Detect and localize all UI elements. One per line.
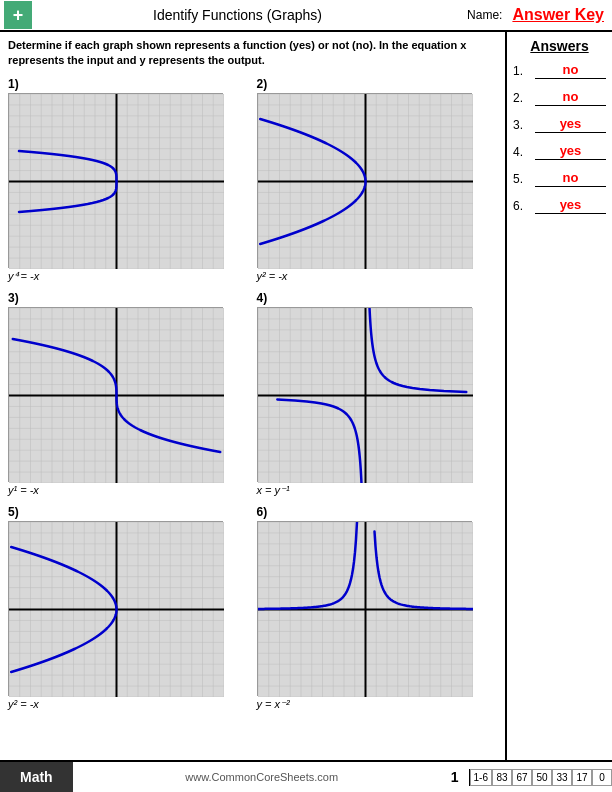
graph-label-2: y² = -x [257,270,498,282]
answer-item-3: 3. yes [513,116,606,133]
worksheet-area: Determine if each graph shown represents… [0,32,507,760]
footer-page: 1 [451,769,459,785]
answers-panel: Answers 1. no 2. no 3. yes 4. yes 5. no … [507,32,612,760]
graph-canvas-1 [8,93,223,268]
graph-number-5: 5) [8,505,249,519]
graph-item-5: 5) y² = -x [8,505,249,711]
footer-math-label: Math [0,762,73,792]
answer-value-2: no [535,89,606,106]
footer: Math www.CommonCoreSheets.com 1 1-6 83 6… [0,760,612,792]
graph-item-2: 2) y² = -x [257,77,498,283]
graph-number-1: 1) [8,77,249,91]
graph-canvas-2 [257,93,472,268]
stat-2: 50 [532,769,552,786]
stat-3: 33 [552,769,572,786]
footer-url: www.CommonCoreSheets.com [73,771,451,783]
graph-item-3: 3) y¹ = -x [8,291,249,497]
graph-item-6: 6) y = x⁻² [257,505,498,711]
answer-value-6: yes [535,197,606,214]
answer-item-5: 5. no [513,170,606,187]
graph-number-3: 3) [8,291,249,305]
stat-range: 1-6 [470,769,492,786]
name-label: Name: [467,8,502,22]
main-content: Determine if each graph shown represents… [0,32,612,760]
answer-key-label: Answer Key [512,6,604,24]
instructions-text: Determine if each graph shown represents… [8,38,497,69]
graph-number-2: 2) [257,77,498,91]
graph-label-6: y = x⁻² [257,698,498,711]
graph-label-3: y¹ = -x [8,484,249,496]
graphs-grid: 1) y⁴ = -x 2) y² = -x 3) y¹ = [8,77,497,711]
answer-num-1: 1. [513,64,535,78]
graph-label-1: y⁴ = -x [8,270,249,283]
answer-num-2: 2. [513,91,535,105]
graph-canvas-5 [8,521,223,696]
graph-canvas-6 [257,521,472,696]
header-title: Identify Functions (Graphs) [8,7,467,23]
header: + Identify Functions (Graphs) Name: Answ… [0,0,612,32]
answer-num-4: 4. [513,145,535,159]
answer-value-1: no [535,62,606,79]
answer-item-4: 4. yes [513,143,606,160]
graph-item-1: 1) y⁴ = -x [8,77,249,283]
graph-canvas-3 [8,307,223,482]
graph-label-4: x = y⁻¹ [257,484,498,497]
graph-item-4: 4) x = y⁻¹ [257,291,498,497]
answer-num-5: 5. [513,172,535,186]
stat-1: 67 [512,769,532,786]
answer-item-2: 2. no [513,89,606,106]
answer-value-5: no [535,170,606,187]
answer-num-3: 3. [513,118,535,132]
graph-label-5: y² = -x [8,698,249,710]
answer-num-6: 6. [513,199,535,213]
answer-value-3: yes [535,116,606,133]
graph-number-6: 6) [257,505,498,519]
answer-item-6: 6. yes [513,197,606,214]
answer-value-4: yes [535,143,606,160]
stat-0: 83 [492,769,512,786]
answer-item-1: 1. no [513,62,606,79]
header-icon: + [4,1,32,29]
stat-4: 17 [572,769,592,786]
graph-canvas-4 [257,307,472,482]
footer-stats: 1-6 83 67 50 33 17 0 [469,769,612,786]
graph-number-4: 4) [257,291,498,305]
stat-5: 0 [592,769,612,786]
answers-title: Answers [513,38,606,54]
